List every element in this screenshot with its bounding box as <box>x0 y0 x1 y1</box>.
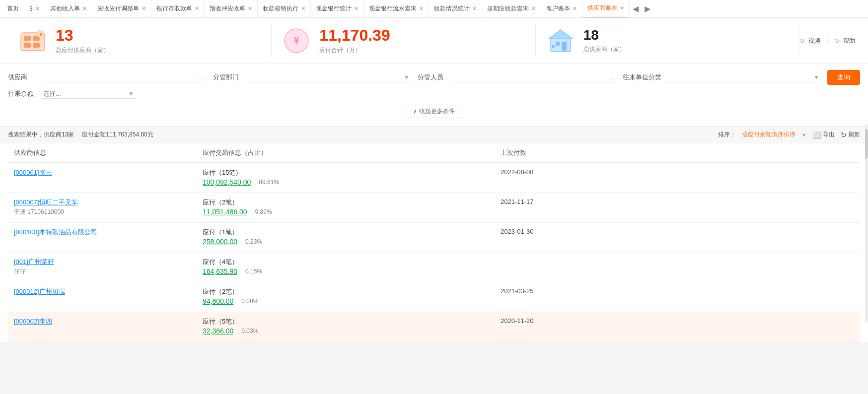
query-button[interactable]: 查询 <box>827 70 860 85</box>
nav-supplier-account[interactable]: 供应商账本 ✕ <box>582 0 630 18</box>
sort-dropdown-icon[interactable]: ▼ <box>801 132 807 138</box>
payable-amount-6[interactable]: 32,366.00 <box>203 327 233 335</box>
payable-pct-5: 0.08% <box>241 298 258 305</box>
person-input[interactable] <box>452 73 608 81</box>
supplier-link-5[interactable]: [000012]广州贝瑞 <box>14 287 203 296</box>
payable-info-2: 应付（2笔） 11,051,486.00 9.89% <box>203 198 501 216</box>
dept-input[interactable] <box>248 73 402 81</box>
nav-advance-payment[interactable]: 预收冲应收单 ✕ <box>205 0 258 18</box>
scrollbar-track[interactable] <box>865 124 868 323</box>
results-supplier-count: 搜索结果中，供应商13家 <box>8 131 74 139</box>
close-overdue-query[interactable]: ✕ <box>531 5 536 12</box>
nav-cash-bank-flow[interactable]: 现金银行流水查询 ✕ <box>364 0 429 18</box>
payable-icon: ¥ <box>282 26 311 56</box>
table-row: [001]广州荣轩 仔仔 应付（4笔） 164,635.90 0.15% <box>8 253 860 282</box>
supplier-link-4[interactable]: [001]广州荣轩 <box>14 258 203 266</box>
nav-prev-arrow[interactable]: ◀ <box>630 0 642 18</box>
dept-dropdown-icon[interactable]: ▼ <box>404 74 410 81</box>
last-pay-date-1: 2022-08-08 <box>501 168 534 176</box>
nav-next-arrow[interactable]: ▶ <box>642 0 653 18</box>
payable-pct-1: 89.61% <box>259 179 279 186</box>
total-supplier-num: 18 <box>583 28 625 43</box>
sort-value[interactable]: 按应付余额倒序排序 <box>742 131 796 139</box>
table-row: [000001]张三 应付（15笔） 100,092,540.00 89.61%… <box>8 163 860 193</box>
supplier-link-3[interactable]: [000100]本特勤油品有限公司 <box>14 228 203 237</box>
supplier-ellipsis[interactable]: … <box>199 73 205 81</box>
scrollbar-thumb[interactable] <box>865 129 868 159</box>
filter-person: 分管人员 … <box>418 72 617 82</box>
close-supplier-account[interactable]: ✕ <box>620 5 624 11</box>
close-collection-stat[interactable]: ✕ <box>472 5 477 12</box>
payable-info-3: 应付（1笔） 258,000.00 0.23% <box>203 228 501 246</box>
collapse-button[interactable]: ∧ 收起更多条件 <box>405 105 463 118</box>
svg-rect-3 <box>24 43 31 48</box>
svg-rect-12 <box>562 42 567 51</box>
close-advance-payment[interactable]: ✕ <box>248 5 252 12</box>
balance-input[interactable] <box>43 90 126 97</box>
unit-class-dropdown-icon[interactable]: ▼ <box>813 74 819 81</box>
person-filter-label: 分管人员 <box>418 73 447 82</box>
nav-tab3[interactable]: 3 ✕ <box>24 0 45 18</box>
refresh-button[interactable]: ↻ 刷新 <box>841 131 860 139</box>
table-row: [000100]本特勤油品有限公司 应付（1笔） 258,000.00 0.23… <box>8 223 860 253</box>
close-bank-deposit[interactable]: ✕ <box>195 5 199 12</box>
unit-class-input-box[interactable]: ▼ <box>664 72 822 82</box>
total-payable-num: 11,170.39 <box>319 27 390 44</box>
nav-other-income[interactable]: 其他收入单 ✕ <box>45 0 92 18</box>
nav-collection-stat[interactable]: 收款情况统计 ✕ <box>429 0 482 18</box>
payable-pct-4: 0.15% <box>245 268 262 275</box>
last-pay-date-2: 2021-11-17 <box>501 198 534 205</box>
payable-amount-4[interactable]: 164,635.90 <box>203 267 237 275</box>
supplier-link-1[interactable]: [000001]张三 <box>14 168 203 177</box>
close-receipt-verify[interactable]: ✕ <box>301 5 305 12</box>
dept-input-box[interactable]: ▼ <box>246 72 412 82</box>
payable-amount-3[interactable]: 258,000.00 <box>203 238 237 246</box>
close-cash-bank-flow[interactable]: ✕ <box>419 5 424 12</box>
svg-rect-13 <box>552 45 555 48</box>
supplier-icon: ¥ <box>18 26 48 56</box>
close-other-income[interactable]: ✕ <box>82 5 87 12</box>
filter-balance: 往来余额 ▼ <box>8 89 136 99</box>
unit-class-filter-label: 往来单位分类 <box>623 73 661 82</box>
close-tab3[interactable]: ✕ <box>35 5 40 12</box>
results-amount: 应付金额111,703,854.00元 <box>82 131 153 139</box>
video-link[interactable]: 视频 <box>808 37 820 45</box>
person-ellipsis[interactable]: … <box>608 73 615 81</box>
summary-card-total-payable: ¥ 11,170.39 应付合计（万） <box>272 24 535 58</box>
payable-amount-2[interactable]: 11,051,486.00 <box>203 208 247 216</box>
help-link[interactable]: 帮助 <box>843 37 855 45</box>
svg-rect-1 <box>24 36 31 41</box>
nav-ar-adjust[interactable]: 应收应付调整单 ✕ <box>92 0 151 18</box>
payable-pct-3: 0.23% <box>245 238 262 245</box>
supplier-input-box[interactable]: … <box>41 72 207 82</box>
nav-customer-account[interactable]: 客户账本 ✕ <box>541 0 582 18</box>
export-button[interactable]: ⬜ 导出 <box>813 131 835 139</box>
table-row: [000007]恒旺二手叉车 王通 17106110000 应付（2笔） 11,… <box>8 193 860 223</box>
payable-amount-5[interactable]: 94,600.00 <box>203 297 233 305</box>
nav-bank-deposit[interactable]: 银行存取款单 ✕ <box>151 0 205 18</box>
close-cash-bank-stat[interactable]: ✕ <box>354 5 359 12</box>
payable-amount-1[interactable]: 100,092,540.00 <box>203 178 251 186</box>
balance-dropdown-icon[interactable]: ▼ <box>128 90 134 97</box>
payable-desc-3: 应付（1笔） <box>203 228 238 237</box>
unit-class-input[interactable] <box>666 73 812 81</box>
balance-input-box[interactable]: ▼ <box>41 89 136 99</box>
person-input-box[interactable]: … <box>450 72 617 82</box>
filter-supplier: 供应商 … <box>8 72 207 82</box>
nav-overdue-query[interactable]: 超期应收款查询 ✕ <box>482 0 541 18</box>
close-ar-adjust[interactable]: ✕ <box>142 5 146 12</box>
payable-pct-6: 0.03% <box>241 328 258 334</box>
supplier-info-5: [000012]广州贝瑞 <box>14 287 203 296</box>
filter-bar: 供应商 … 分管部门 ▼ 分管人员 … 往来单位分类 <box>0 64 868 127</box>
circle-icon2: ⊙ <box>834 37 839 44</box>
supplier-input[interactable] <box>43 73 199 81</box>
nav-home[interactable]: 首页 <box>2 0 24 18</box>
supplier-link-2[interactable]: [000007]恒旺二手叉车 <box>14 198 203 207</box>
nav-cash-bank-stat[interactable]: 现金银行统计 ✕ <box>311 0 364 18</box>
table-row: [000012]广州贝瑞 应付（2笔） 94,600.00 0.08% 2021… <box>8 282 860 312</box>
close-customer-account[interactable]: ✕ <box>573 5 577 12</box>
top-navigation: 首页 3 ✕ 其他收入单 ✕ 应收应付调整单 ✕ 银行存取款单 ✕ 预收冲应收单… <box>0 0 868 18</box>
supplier-link-6[interactable]: [000002]李四 <box>14 317 203 326</box>
payable-info-1: 应付（15笔） 100,092,540.00 89.61% <box>203 168 501 186</box>
nav-receipt-verify[interactable]: 收款核销执行 ✕ <box>258 0 311 18</box>
